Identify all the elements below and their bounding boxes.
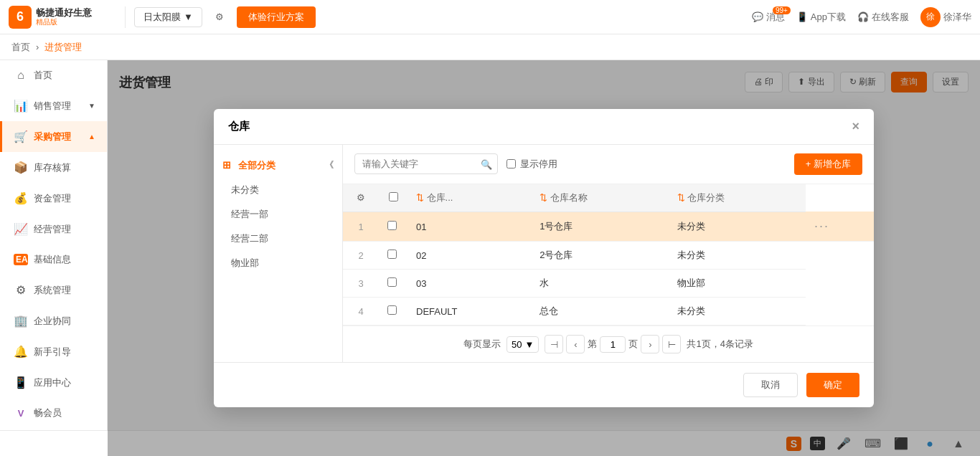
cat-item-property[interactable]: 物业部 (214, 251, 342, 275)
show-disabled-toggle[interactable]: 显示停用 (507, 158, 557, 171)
row-code: DEFAULT (407, 298, 531, 326)
prev-page-button[interactable]: ‹ (566, 335, 585, 353)
vip-icon: V (14, 408, 28, 419)
row-category: 未分类 (669, 242, 806, 270)
row-checkbox[interactable] (387, 221, 397, 230)
all-category-header[interactable]: ⊞ 全部分类 《 (214, 153, 342, 178)
sidebar-item-label: 经营管理 (34, 223, 71, 236)
cat-item-dept1[interactable]: 经营一部 (214, 202, 342, 227)
row-checkbox[interactable] (387, 250, 397, 259)
sidebar-item-sales[interactable]: 📊 销售管理 ▼ (0, 90, 107, 121)
table-row[interactable]: 3 03 水 物业部 (343, 270, 874, 298)
sidebar-item-enterprise[interactable]: 🏢 企业协同 (0, 305, 107, 336)
per-page-select[interactable]: 50 ▼ (507, 336, 539, 353)
confirm-button[interactable]: 确定 (806, 373, 859, 397)
category-panel: ⊞ 全部分类 《 未分类 经营一部 经营二部 (214, 145, 343, 363)
row-category: 未分类 (669, 298, 806, 326)
row-checkbox-cell (379, 242, 407, 270)
row-category: 物业部 (669, 270, 806, 298)
last-page-button[interactable]: ⊢ (662, 335, 681, 353)
logo-title: 畅捷通好生意 (36, 7, 92, 19)
select-all-checkbox[interactable] (389, 192, 398, 201)
page-number-input[interactable] (600, 336, 626, 353)
operations-icon: 📈 (14, 222, 28, 236)
sidebar-item-inventory[interactable]: 📦 库存核算 (0, 152, 107, 183)
inventory-icon: 📦 (14, 161, 28, 174)
store-selector[interactable]: 日太阳膜 ▼ (134, 7, 202, 27)
col-settings: ⚙ (343, 184, 379, 212)
nav-actions: 💬 消息 99+ 📱 App下载 🎧 在线客服 徐 徐泽华 (752, 7, 971, 27)
breadcrumb-separator: › (36, 42, 39, 52)
message-icon: 💬 (752, 11, 763, 22)
row-code: 03 (407, 270, 531, 298)
col-name: ⇅ 仓库名称 (531, 184, 668, 212)
sidebar-item-label: 新手引导 (34, 346, 71, 358)
pagination: 每页显示 50 ▼ ⊣ ‹ 第 页 › (343, 326, 874, 362)
modal-header: 仓库 × (214, 109, 874, 145)
main-layout: ⌂ 首页 📊 销售管理 ▼ 🛒 采购管理 ▲ 📦 库存核算 💰 资金管理 📈 经… (0, 60, 980, 456)
row-checkbox[interactable] (387, 277, 397, 287)
phone-icon: 📱 (796, 11, 808, 22)
breadcrumb-home[interactable]: 首页 (11, 41, 30, 54)
sidebar: ⌂ 首页 📊 销售管理 ▼ 🛒 采购管理 ▲ 📦 库存核算 💰 资金管理 📈 经… (0, 60, 108, 456)
sidebar-item-label: 首页 (34, 69, 52, 82)
logo-text: 畅捷通好生意 精品版 (36, 7, 92, 27)
table-row[interactable]: 2 02 2号仓库 未分类 (343, 242, 874, 270)
chevron-icon: ▲ (88, 133, 95, 141)
chevron-icon: ▼ (88, 102, 95, 110)
first-page-button[interactable]: ⊣ (545, 335, 563, 353)
sidebar-item-label: 系统管理 (34, 284, 71, 297)
search-input[interactable] (354, 153, 498, 174)
row-name: 1号仓库 (531, 212, 668, 242)
home-icon: ⌂ (14, 69, 28, 82)
row-name: 水 (531, 270, 668, 298)
warehouse-table-wrap: ⚙ ⇅ 仓库... ⇅ 仓库名称 (343, 184, 874, 326)
row-actions[interactable]: ··· (806, 212, 874, 242)
service-label: 在线客服 (872, 11, 909, 24)
table-row[interactable]: 4 DEFAULT 总仓 未分类 (343, 298, 874, 326)
page-suffix: 页 (628, 338, 638, 351)
app-download-button[interactable]: 📱 App下载 (796, 11, 846, 24)
search-icon[interactable]: 🔍 (481, 158, 492, 169)
sort-icon: ⇅ (416, 192, 424, 203)
sidebar-item-app-center[interactable]: 📱 应用中心 (0, 367, 107, 398)
sidebar-item-home[interactable]: ⌂ 首页 (0, 60, 107, 90)
row-num: 3 (343, 270, 379, 298)
row-num: 4 (343, 298, 379, 326)
sidebar-item-system[interactable]: ⚙ 系统管理 (0, 275, 107, 305)
collapse-icon[interactable]: 《 (325, 159, 334, 171)
modal-close-button[interactable]: × (852, 119, 859, 134)
settings-icon[interactable]: ⚙ (208, 6, 231, 29)
modal-body: ⊞ 全部分类 《 未分类 经营一部 经营二部 (214, 145, 874, 363)
search-input-wrap: 🔍 (354, 153, 498, 174)
sidebar-item-guide[interactable]: 🔔 新手引导 (0, 336, 107, 367)
sidebar-item-purchase[interactable]: 🛒 采购管理 ▲ (0, 121, 107, 152)
messages-button[interactable]: 💬 消息 99+ (752, 11, 785, 24)
top-nav: 6 畅捷通好生意 精品版 日太阳膜 ▼ ⚙ 体验行业方案 💬 消息 99+ 📱 … (0, 0, 980, 34)
per-page-label: 每页显示 (463, 338, 501, 351)
sidebar-item-label: 畅会员 (34, 407, 62, 419)
next-page-button[interactable]: › (641, 335, 659, 353)
table-row[interactable]: 1 01 1号仓库 未分类 ··· (343, 212, 874, 242)
row-name: 总仓 (531, 298, 668, 326)
sidebar-item-basic-info[interactable]: EA 基础信息 (0, 244, 107, 275)
cancel-button[interactable]: 取消 (743, 373, 798, 397)
modal-footer: 取消 确定 (214, 362, 874, 407)
user-menu[interactable]: 徐 徐泽华 (920, 7, 971, 27)
per-page-value: 50 (512, 339, 522, 350)
search-bar: 🔍 显示停用 + 新增仓库 (343, 145, 874, 184)
logo-sub: 精品版 (36, 18, 92, 27)
sidebar-item-operations[interactable]: 📈 经营管理 (0, 214, 107, 244)
row-checkbox[interactable] (387, 305, 397, 315)
all-category-label: 全部分类 (238, 160, 275, 171)
new-warehouse-button[interactable]: + 新增仓库 (794, 153, 862, 175)
sidebar-item-finance[interactable]: 💰 资金管理 (0, 183, 107, 214)
customer-service-button[interactable]: 🎧 在线客服 (857, 11, 909, 24)
trial-button[interactable]: 体验行业方案 (237, 6, 316, 28)
basic-info-icon: EA (14, 254, 28, 265)
show-disabled-checkbox[interactable] (507, 159, 516, 168)
cat-item-dept2[interactable]: 经营二部 (214, 227, 342, 251)
cat-item-unclassified[interactable]: 未分类 (214, 178, 342, 202)
col-checkbox (379, 184, 407, 212)
sidebar-item-vip[interactable]: V 畅会员 (0, 398, 107, 428)
